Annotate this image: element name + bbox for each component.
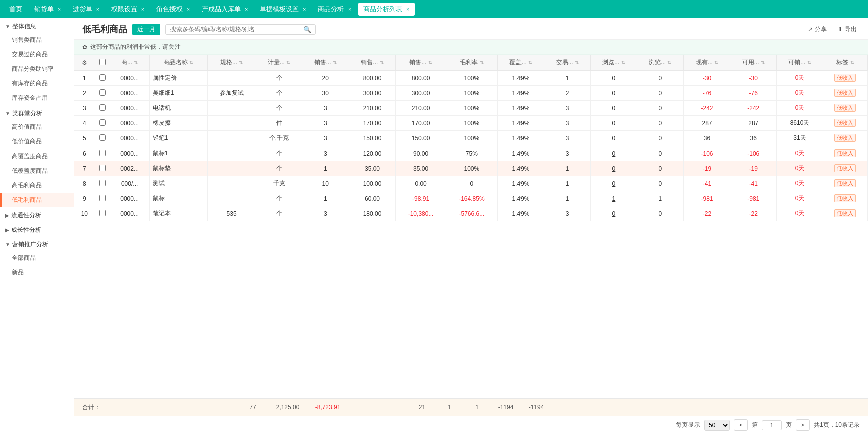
row-checkbox[interactable] [99, 89, 106, 96]
row-checkbox[interactable] [99, 104, 106, 111]
table-wrapper[interactable]: ⚙ 商... ⇅ 商品名称 ⇅ 规格... ⇅ 计量... ⇅ 销售... ⇅ … [74, 55, 868, 398]
sidebar-item-low-margin[interactable]: 低毛利商品 [0, 193, 74, 207]
nav-purchase-order[interactable]: 进货单 × [68, 3, 104, 16]
nav-home[interactable]: 首页 [4, 3, 27, 16]
sidebar-group-growth[interactable]: ▶ 成长性分析 [0, 222, 74, 236]
prev-page-button[interactable]: ＜ [734, 419, 748, 431]
share-button[interactable]: ↗ 分享 [805, 24, 830, 35]
chevron-down-icon: ▼ [5, 24, 10, 29]
select-all-checkbox[interactable] [99, 59, 106, 65]
row-checkbox-cell[interactable] [95, 116, 110, 131]
close-icon[interactable]: × [187, 6, 190, 12]
close-icon[interactable]: × [58, 6, 61, 12]
top-navigation: 首页 销货单 × 进货单 × 权限设置 × 角色授权 × 产成品入库单 × 单据… [0, 0, 868, 18]
row-checkbox[interactable] [99, 180, 106, 186]
row-available: -19 [730, 161, 777, 176]
sidebar-group-title-overall: 整体信息 [12, 22, 36, 31]
close-icon[interactable]: × [245, 6, 248, 12]
row-checkbox-cell[interactable] [95, 206, 110, 221]
sidebar-item-traded-products[interactable]: 交易过的商品 [0, 47, 74, 62]
th-view2[interactable]: 浏览... ⇅ [637, 55, 683, 71]
row-checkbox[interactable] [99, 134, 106, 141]
row-checkbox-cell[interactable] [95, 86, 110, 101]
sidebar-item-high-coverage[interactable]: 高覆盖度商品 [0, 149, 74, 164]
th-code[interactable]: 商... ⇅ [110, 55, 149, 71]
sidebar-item-high-margin[interactable]: 高毛利商品 [0, 178, 74, 193]
row-view1[interactable]: 0 [591, 116, 637, 131]
th-available[interactable]: 可用... ⇅ [730, 55, 777, 71]
close-icon[interactable]: × [406, 6, 409, 12]
nav-template-settings[interactable]: 单据模板设置 × [255, 3, 311, 16]
next-page-button[interactable]: ＞ [796, 419, 810, 431]
th-gross-margin[interactable]: 毛利率 ⇅ [446, 55, 497, 71]
row-checkbox[interactable] [99, 150, 106, 156]
row-checkbox-cell[interactable] [95, 131, 110, 146]
nav-product-analysis-list[interactable]: 商品分析列表 × [358, 3, 414, 16]
row-view1[interactable]: 0 [591, 176, 637, 191]
search-input[interactable] [170, 26, 303, 33]
th-current[interactable]: 现有... ⇅ [683, 55, 730, 71]
per-page-select[interactable]: 50 100 200 [704, 420, 730, 431]
th-sales-amount[interactable]: 销售... ⇅ [395, 55, 446, 71]
row-checkbox[interactable] [99, 119, 106, 126]
row-checkbox-cell[interactable] [95, 176, 110, 191]
th-settings[interactable]: ⚙ [74, 55, 95, 71]
row-checkbox[interactable] [99, 165, 106, 171]
th-unit[interactable]: 计量... ⇅ [256, 55, 302, 71]
sidebar-item-low-coverage[interactable]: 低覆盖度商品 [0, 164, 74, 178]
filter-button[interactable]: 近一月 [132, 24, 160, 35]
sidebar-item-sales-products[interactable]: 销售类商品 [0, 33, 74, 47]
sidebar-item-high-value[interactable]: 高价值商品 [0, 120, 74, 134]
close-icon[interactable]: × [141, 6, 144, 12]
nav-sales-order[interactable]: 销货单 × [29, 3, 66, 16]
nav-permissions[interactable]: 权限设置 × [106, 3, 149, 16]
search-box[interactable]: 🔍 [165, 24, 316, 35]
close-icon[interactable]: × [348, 6, 351, 12]
row-view1[interactable]: 0 [591, 146, 637, 161]
row-checkbox-cell[interactable] [95, 101, 110, 116]
nav-role-auth[interactable]: 角色授权 × [151, 3, 195, 16]
th-checkbox[interactable] [95, 55, 110, 71]
row-checkbox-cell[interactable] [95, 146, 110, 161]
close-icon[interactable]: × [303, 6, 306, 12]
row-checkbox[interactable] [99, 195, 106, 201]
th-trade[interactable]: 交易... ⇅ [544, 55, 591, 71]
sidebar-group-marketing[interactable]: ▼ 营销推广分析 [0, 236, 74, 251]
row-view1[interactable]: 0 [591, 206, 637, 221]
row-checkbox-cell[interactable] [95, 71, 110, 86]
close-icon[interactable]: × [96, 6, 99, 12]
row-view1[interactable]: 0 [591, 71, 637, 86]
th-tag[interactable]: 标签 ⇅ [823, 55, 867, 71]
row-name: 吴细细1 [149, 86, 207, 101]
row-gross-margin: 0 [446, 176, 497, 191]
sidebar-group-cluster[interactable]: ▼ 类群堂分析 [0, 105, 74, 120]
sidebar-group-flow[interactable]: ▶ 流通性分析 [0, 207, 74, 222]
th-coverage[interactable]: 覆盖... ⇅ [497, 55, 544, 71]
row-checkbox-cell[interactable] [95, 191, 110, 206]
row-view1[interactable]: 0 [591, 101, 637, 116]
page-number-input[interactable] [762, 420, 782, 430]
sidebar-item-category-rate[interactable]: 商品分类助销率 [0, 62, 74, 76]
export-button[interactable]: ⬆ 导出 [835, 24, 860, 35]
sidebar-item-all-products[interactable]: 全部商品 [0, 251, 74, 265]
row-view1[interactable]: 1 [591, 191, 637, 206]
nav-product-analysis[interactable]: 商品分析 × [313, 3, 356, 16]
th-view1[interactable]: 浏览... ⇅ [591, 55, 637, 71]
th-name[interactable]: 商品名称 ⇅ [149, 55, 207, 71]
row-checkbox-cell[interactable] [95, 161, 110, 176]
row-view1[interactable]: 0 [591, 161, 637, 176]
th-saleable[interactable]: 可销... ⇅ [777, 55, 823, 71]
th-sales-price[interactable]: 销售... ⇅ [349, 55, 396, 71]
sidebar-item-stock-capital[interactable]: 库存资金占用 [0, 91, 74, 105]
row-view1[interactable]: 0 [591, 131, 637, 146]
row-view1[interactable]: 0 [591, 86, 637, 101]
sidebar-item-new-products[interactable]: 新品 [0, 265, 74, 280]
th-sales-qty[interactable]: 销售... ⇅ [302, 55, 349, 71]
nav-product-entry[interactable]: 产成品入库单 × [197, 3, 253, 16]
sidebar-item-low-value[interactable]: 低价值商品 [0, 134, 74, 149]
sidebar-group-overall[interactable]: ▼ 整体信息 [0, 18, 74, 33]
row-checkbox[interactable] [99, 74, 106, 81]
th-spec[interactable]: 规格... ⇅ [207, 55, 256, 71]
row-checkbox[interactable] [99, 210, 106, 216]
sidebar-item-stock-products[interactable]: 有库存的商品 [0, 76, 74, 91]
